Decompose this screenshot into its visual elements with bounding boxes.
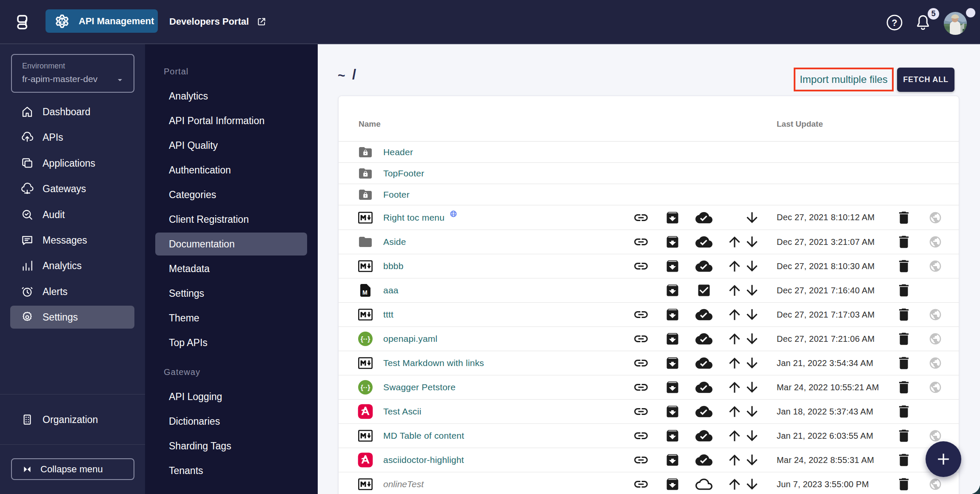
svg-text:M: M [362, 289, 368, 296]
svg-text:?: ? [892, 17, 897, 28]
svg-text:{··}: {··} [361, 384, 370, 391]
svg-text:{··}: {··} [361, 335, 370, 343]
